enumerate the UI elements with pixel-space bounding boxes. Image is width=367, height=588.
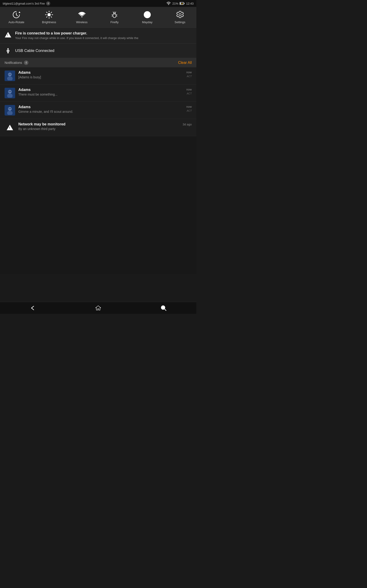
svg-line-12 — [51, 12, 52, 13]
charger-alert-desc: Your Fire may not charge while in use. I… — [15, 36, 192, 40]
adams-2-time: now — [186, 88, 192, 91]
adams-3-badge: ACT — [187, 109, 192, 112]
svg-rect-2 — [184, 3, 184, 4]
svg-rect-32 — [7, 48, 9, 49]
home-button[interactable] — [88, 303, 108, 313]
svg-point-31 — [179, 14, 181, 16]
brightness-icon — [45, 10, 53, 19]
notifications-header: Notifications 4 Clear All — [0, 58, 196, 67]
clear-all-button[interactable]: Clear All — [178, 61, 192, 65]
adams-2-title: Adams — [18, 88, 183, 92]
adams-3-time: now — [186, 105, 192, 108]
usb-label: USB Cable Connected — [15, 48, 54, 53]
network-body: Network may be monitored By an unknown t… — [18, 122, 179, 131]
adams-1-title: Adams — [18, 70, 183, 75]
svg-line-13 — [47, 17, 47, 17]
quick-setting-settings[interactable]: Settings — [169, 10, 192, 24]
wireless-icon — [77, 10, 86, 19]
adams-1-time: now — [186, 70, 192, 74]
status-bar-right: 21% ⚡ 12:43 — [166, 2, 194, 5]
adams-3-meta: now ACT — [186, 105, 192, 112]
notification-adams-2[interactable]: Adams There must be something... now ACT — [0, 85, 196, 102]
svg-rect-3 — [180, 3, 181, 4]
bottom-navigation — [0, 302, 196, 314]
notification-adams-3[interactable]: Adams Gimme a minute, and I'll scout aro… — [0, 102, 196, 119]
firefly-icon — [110, 10, 119, 19]
svg-text:⚡: ⚡ — [181, 2, 183, 5]
notification-adams-1[interactable]: Adams [Adams is busy] now ACT — [0, 67, 196, 85]
search-icon — [160, 305, 167, 311]
quick-settings-bar: Auto-Rotate Brightness — [0, 7, 196, 27]
svg-point-26 — [147, 14, 148, 15]
network-time: 3d ago — [183, 122, 192, 126]
svg-point-44 — [10, 74, 11, 75]
svg-point-41 — [8, 73, 12, 76]
network-desc: By an unknown third party — [18, 127, 179, 131]
settings-label: Settings — [175, 20, 185, 24]
adams-3-title: Adams — [18, 105, 183, 109]
svg-line-10 — [47, 12, 47, 13]
wifi-icon — [166, 2, 171, 5]
adams-1-message: [Adams is busy] — [18, 75, 183, 79]
firefly-label: Firefly — [110, 20, 119, 24]
svg-rect-38 — [7, 51, 8, 51]
charger-alert-title: Fire is connected to a low power charger… — [15, 31, 192, 35]
status-count: 4 — [46, 1, 50, 6]
quick-setting-firefly[interactable]: Firefly — [103, 10, 126, 24]
svg-line-18 — [112, 15, 113, 15]
auto-rotate-label: Auto-Rotate — [8, 20, 24, 24]
adams-avatar-3 — [5, 105, 15, 115]
empty-space — [0, 136, 196, 274]
quick-setting-mayday[interactable]: Mayday — [136, 10, 159, 24]
search-button[interactable] — [153, 303, 174, 313]
status-bar: bfgtest11@gmail.com's 3rd Fire 4 21% ⚡ 1… — [0, 0, 196, 7]
svg-rect-39 — [8, 51, 9, 51]
adams-1-meta: now ACT — [186, 70, 192, 78]
svg-point-54 — [10, 108, 11, 109]
svg-line-23 — [115, 12, 116, 12]
usb-connected-item: USB Cable Connected — [0, 44, 196, 58]
brightness-label: Brightness — [42, 20, 56, 24]
adams-1-badge: ACT — [187, 75, 192, 78]
network-warning-icon — [5, 122, 15, 133]
charger-warning-icon — [5, 31, 11, 38]
svg-point-0 — [168, 5, 169, 5]
adams-2-badge: ACT — [187, 92, 192, 95]
adams-avatar-2 — [5, 88, 15, 98]
notification-network[interactable]: Network may be monitored By an unknown t… — [0, 119, 196, 136]
svg-point-48 — [9, 91, 10, 92]
adams-3-body: Adams Gimme a minute, and I'll scout aro… — [18, 105, 183, 113]
network-title: Network may be monitored — [18, 122, 179, 126]
svg-line-11 — [51, 17, 52, 17]
back-icon — [30, 305, 36, 311]
quick-setting-auto-rotate[interactable]: Auto-Rotate — [5, 10, 28, 24]
mayday-label: Mayday — [142, 20, 152, 24]
svg-rect-34 — [7, 52, 9, 53]
svg-point-14 — [81, 16, 82, 17]
wireless-label: Wireless — [76, 20, 88, 24]
svg-point-49 — [10, 91, 11, 92]
adams-2-message: There must be something... — [18, 93, 183, 96]
battery-icon: ⚡ — [180, 2, 185, 5]
account-label: bfgtest11@gmail.com's 3rd Fire — [3, 2, 45, 5]
svg-line-19 — [116, 15, 117, 15]
back-button[interactable] — [23, 303, 43, 313]
time-label: 12:43 — [186, 2, 194, 5]
svg-line-56 — [165, 309, 166, 311]
notifications-count: 4 — [24, 61, 28, 65]
quick-setting-brightness[interactable]: Brightness — [38, 10, 60, 24]
status-bar-left: bfgtest11@gmail.com's 3rd Fire 4 — [3, 1, 50, 6]
svg-point-46 — [8, 90, 12, 94]
svg-point-51 — [8, 107, 12, 111]
svg-line-22 — [113, 12, 114, 12]
auto-rotate-icon — [12, 10, 21, 19]
home-icon — [95, 305, 101, 311]
notifications-left: Notifications 4 — [5, 61, 28, 65]
quick-setting-wireless[interactable]: Wireless — [70, 10, 93, 24]
mayday-icon — [143, 10, 152, 19]
adams-1-body: Adams [Adams is busy] — [18, 70, 183, 79]
charger-alert-text: Fire is connected to a low power charger… — [15, 31, 192, 40]
svg-point-5 — [48, 13, 51, 16]
svg-point-53 — [9, 108, 10, 109]
adams-2-meta: now ACT — [186, 88, 192, 95]
